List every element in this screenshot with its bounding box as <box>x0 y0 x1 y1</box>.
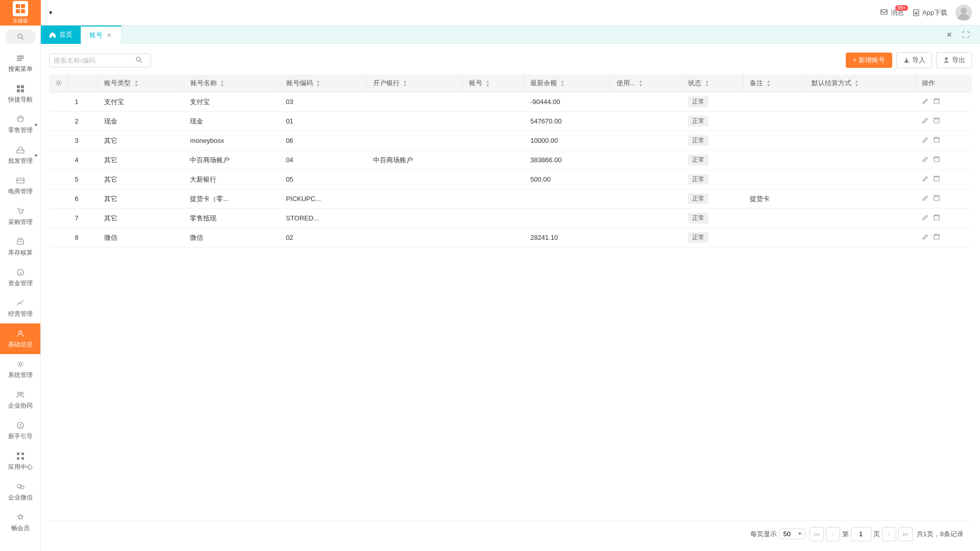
tab-account-label: 账号 <box>89 31 103 40</box>
sidebar-item-purchase[interactable]: 采购管理 <box>0 201 40 232</box>
import-button[interactable]: 导入 <box>896 52 932 68</box>
sidebar-item-operation[interactable]: 经营管理 <box>0 293 40 323</box>
sort-payment-icon[interactable]: ▲▼ <box>854 80 859 88</box>
sort-balance-icon[interactable]: ▲▼ <box>560 80 565 88</box>
cell-actions <box>916 189 972 209</box>
sidebar-item-cooperation[interactable]: 企业协同 <box>0 385 40 415</box>
sort-name-icon[interactable]: ▲▼ <box>220 80 225 88</box>
wholesale-icon <box>15 145 26 155</box>
sort-bank-icon[interactable]: ▲▼ <box>403 80 407 88</box>
col-gear[interactable] <box>49 74 69 92</box>
company-selector[interactable]: ▾ <box>49 9 53 16</box>
prev-page-btn[interactable]: ‹ <box>826 527 840 541</box>
cell-gear <box>49 209 69 228</box>
delete-btn[interactable] <box>933 156 940 164</box>
sort-usage-icon[interactable]: ▲▼ <box>639 80 643 88</box>
tab-close-all-btn[interactable]: ✕ <box>943 29 955 41</box>
first-page-btn[interactable]: ⏮ <box>810 527 824 541</box>
sidebar-item-inventory[interactable]: 库存核算 <box>0 232 40 262</box>
edit-btn[interactable] <box>922 156 929 164</box>
cell-balance: 10000.00 <box>524 131 610 151</box>
delete-btn[interactable] <box>933 214 940 222</box>
sidebar-label-basic: 基础信息 <box>8 340 33 349</box>
retail-chevron-icon: ▾ <box>35 122 37 128</box>
sidebar-item-member[interactable]: 畅会员 <box>0 507 40 538</box>
sort-status-icon[interactable]: ▲▼ <box>705 80 709 88</box>
edit-btn[interactable] <box>922 175 929 184</box>
edit-btn[interactable] <box>922 233 929 242</box>
col-balance[interactable]: 最新余额 ▲▼ <box>524 74 610 92</box>
cell-index: 3 <box>69 131 98 151</box>
sidebar-item-finance[interactable]: ¥ 资金管理 <box>0 262 40 293</box>
delete-btn[interactable] <box>933 97 940 106</box>
sidebar-search[interactable] <box>5 30 36 44</box>
app-logo: 乐搜版 <box>0 0 41 26</box>
cell-actions <box>916 170 972 189</box>
ecommerce-icon <box>15 176 26 186</box>
cell-index: 6 <box>69 189 98 209</box>
col-default-payment[interactable]: 默认结算方式 ▲▼ <box>805 74 915 92</box>
page-size-select[interactable]: 102050100 <box>779 529 805 539</box>
tab-account[interactable]: 账号 ✕ <box>81 26 121 44</box>
col-code[interactable]: 账号编码 ▲▼ <box>280 74 366 92</box>
col-usage[interactable]: 使用... ▲▼ <box>610 74 682 92</box>
sidebar-item-apps[interactable]: 应用中心 <box>0 446 40 477</box>
delete-btn[interactable] <box>933 175 940 184</box>
sidebar-item-search[interactable]: 搜索菜单 <box>0 48 40 79</box>
col-name[interactable]: 账号名称 ▲▼ <box>184 74 280 92</box>
delete-btn[interactable] <box>933 117 940 126</box>
sidebar-item-basic[interactable]: 基础信息 <box>0 323 40 354</box>
col-account[interactable]: 账号 ▲▼ <box>462 74 524 92</box>
page-nav: ⏮ ‹ 第 页 › ⏭ <box>810 527 913 541</box>
cell-remark <box>744 131 805 151</box>
col-bank[interactable]: 开户银行 ▲▼ <box>367 74 463 92</box>
cell-index: 7 <box>69 209 98 228</box>
app-download-btn[interactable]: App下载 <box>912 8 947 17</box>
export-button[interactable]: 导出 <box>936 52 972 68</box>
tab-close-account[interactable]: ✕ <box>106 32 113 39</box>
edit-btn[interactable] <box>922 194 929 203</box>
logo-icon <box>13 1 28 16</box>
sidebar-item-wholesale[interactable]: 批发管理 ▾ <box>0 140 40 170</box>
search-icon[interactable] <box>135 56 142 65</box>
col-remark[interactable]: 备注 ▲▼ <box>744 74 805 92</box>
search-box[interactable] <box>49 54 151 67</box>
delete-btn[interactable] <box>933 136 940 145</box>
search-input[interactable] <box>54 57 135 64</box>
app-download-label: App下载 <box>922 8 947 17</box>
table-row: 7 其它 零售抵现 STORED... 正常 <box>49 209 972 228</box>
sidebar-item-guide[interactable]: ? 新手引导 <box>0 415 40 446</box>
tab-home[interactable]: 首页 <box>41 26 81 44</box>
page-number-input[interactable] <box>851 527 871 541</box>
sidebar-item-quick[interactable]: 快捷导航 <box>0 79 40 109</box>
col-status[interactable]: 状态 ▲▼ <box>682 74 744 92</box>
page-prefix: 第 <box>842 530 849 539</box>
sidebar-item-retail[interactable]: 零售管理 ▾ <box>0 109 40 140</box>
message-btn[interactable]: 消息 99+ <box>879 8 904 17</box>
edit-btn[interactable] <box>922 136 929 145</box>
cell-actions <box>916 228 972 247</box>
edit-btn[interactable] <box>922 117 929 126</box>
tab-fullscreen-btn[interactable]: ⛶ <box>960 29 972 41</box>
sidebar-item-system[interactable]: 系统管理 <box>0 354 40 385</box>
cell-code: 06 <box>280 131 366 151</box>
add-account-button[interactable]: + 新增账号 <box>846 53 892 68</box>
edit-btn[interactable] <box>922 214 929 222</box>
sidebar-item-ecommerce[interactable]: 电商管理 <box>0 170 40 201</box>
delete-btn[interactable] <box>933 194 940 203</box>
sort-account-icon[interactable]: ▲▼ <box>485 80 489 88</box>
next-page-btn[interactable]: › <box>882 527 896 541</box>
sidebar-item-wechat[interactable]: 企业微信 <box>0 477 40 507</box>
table-row: 8 微信 微信 02 28241.10 正常 <box>49 228 972 247</box>
sort-code-icon[interactable]: ▲▼ <box>316 80 320 88</box>
edit-btn[interactable] <box>922 97 929 106</box>
status-badge: 正常 <box>688 116 708 127</box>
col-type[interactable]: 账号类型 ▲▼ <box>98 74 184 92</box>
svg-rect-13 <box>17 150 24 153</box>
sort-type-icon[interactable]: ▲▼ <box>134 80 138 88</box>
user-avatar[interactable] <box>955 5 972 21</box>
sort-remark-icon[interactable]: ▲▼ <box>767 80 771 88</box>
last-page-btn[interactable]: ⏭ <box>898 527 913 541</box>
svg-rect-61 <box>934 196 939 201</box>
delete-btn[interactable] <box>933 233 940 242</box>
